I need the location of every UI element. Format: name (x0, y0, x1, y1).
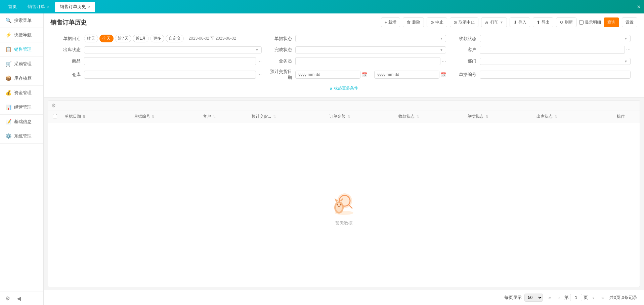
th-bill-status-sort-icon: ⇅ (485, 115, 488, 118)
warehouse-input[interactable] (84, 71, 256, 79)
th-out-status[interactable]: 出库状态 ⇅ (533, 111, 602, 122)
sidebar-item-basic-info[interactable]: 📝 基础信息 (0, 115, 43, 129)
sales-mgmt-icon: 📋 (5, 46, 11, 52)
th-bill-date[interactable]: 单据日期 ⇅ (61, 111, 131, 122)
main-layout: 🔍 搜索菜单 ⚡ 快捷导航 📋 销售管理 🛒 采购管理 📦 库存核算 💰 资金管… (0, 13, 644, 305)
next-page-btn[interactable]: › (589, 294, 597, 302)
select-all-checkbox[interactable] (53, 114, 57, 118)
empty-state: 暂无数据 (48, 122, 640, 287)
th-order-amount[interactable]: 订单金额 ⇅ (326, 111, 395, 122)
warehouse-more-icon[interactable]: ··· (257, 72, 262, 78)
prev-page-btn[interactable]: ‹ (555, 294, 563, 302)
bill-status-label: 单据状态 (268, 36, 295, 42)
topbar-close-btn[interactable]: × (637, 3, 641, 10)
delivery-date-from-input[interactable] (295, 71, 360, 79)
receipt-status-arrow-icon: ▼ (624, 37, 628, 40)
th-customer[interactable]: 客户 ⇅ (200, 111, 248, 122)
print-label: 打印 (490, 20, 499, 25)
page-header-top: 销售订单历史 + 新增 🗑 删除 ⊘ 中止 ⊙ (50, 17, 637, 27)
sidebar-item-finance[interactable]: 💰 资金管理 (0, 86, 43, 100)
top-bar: 首页 销售订单 × 销售订单历史 × × (0, 0, 644, 13)
receipt-status-select[interactable]: ▼ (480, 35, 631, 42)
display-detail-checkbox-label[interactable]: 显示明细 (579, 20, 601, 25)
sidebar-item-finance-label: 资金管理 (14, 90, 32, 96)
tab-sales-order-history-close[interactable]: × (88, 5, 90, 9)
settings-button[interactable]: 设置 (622, 17, 637, 27)
out-status-select[interactable]: ▼ (84, 46, 262, 53)
complete-status-filter: 完成状态 ▼ (268, 46, 446, 53)
th-bill-status[interactable]: 单据状态 ⇅ (464, 111, 533, 122)
date-dash: — (369, 72, 373, 77)
print-button[interactable]: 🖨 打印 ▼ (481, 17, 507, 27)
sidebar-item-search-menu[interactable]: 🔍 搜索菜单 (0, 13, 43, 28)
complete-status-select[interactable]: ▼ (295, 46, 446, 53)
customer-input[interactable] (480, 46, 625, 54)
page-header: 销售订单历史 + 新增 🗑 删除 ⊘ 中止 ⊙ (44, 13, 644, 98)
collapse-button[interactable]: ∧ 收起更多条件 (57, 84, 631, 94)
sidebar-item-inventory[interactable]: 📦 库存核算 (0, 71, 43, 86)
date-range-display: 2023-06-02 至 2023-06-02 (188, 36, 236, 41)
date-btn-7days[interactable]: 近7天 (115, 35, 131, 42)
salesperson-input[interactable] (295, 57, 440, 65)
th-delivery-date[interactable]: 预计交货... ⇅ (248, 111, 326, 122)
delivery-date-group: 📅 — 📅 (295, 71, 446, 79)
th-receipt-status[interactable]: 收款状态 ⇅ (395, 111, 464, 122)
calendar-to-icon[interactable]: 📅 (441, 72, 446, 77)
cancel-stop-button[interactable]: ⊙ 取消中止 (450, 17, 478, 27)
bill-no-input[interactable] (480, 71, 631, 79)
sidebar-item-sales-mgmt[interactable]: 📋 销售管理 (0, 42, 43, 57)
goods-more-icon[interactable]: ··· (257, 58, 262, 64)
refresh-icon: ↻ (560, 20, 563, 25)
export-label: 导出 (542, 20, 550, 25)
salesperson-more-icon[interactable]: ··· (442, 58, 446, 64)
date-btn-yesterday[interactable]: 昨天 (84, 35, 98, 42)
per-page-select[interactable]: 50 10 20 100 (524, 294, 543, 302)
sidebar-item-basic-info-label: 基础信息 (14, 119, 32, 125)
tab-sales-order-close[interactable]: × (47, 5, 49, 9)
delivery-date-to-input[interactable] (374, 71, 439, 79)
page-input[interactable] (570, 294, 582, 301)
tab-sales-order[interactable]: 销售订单 × (23, 2, 54, 12)
last-page-btn[interactable]: » (599, 294, 607, 302)
sidebar-item-quick-nav-label: 快捷导航 (14, 32, 32, 38)
table-container: ⚙ 单据日期 ⇅ 单据编号 (48, 100, 640, 287)
sidebar-collapse-icon[interactable]: ◀ (17, 295, 21, 302)
settings-label: 设置 (626, 20, 634, 25)
th-bill-no[interactable]: 单据编号 ⇅ (131, 111, 200, 122)
import-label: 导入 (518, 20, 526, 25)
display-detail-checkbox[interactable] (579, 20, 584, 25)
th-operations-label: 操作 (617, 114, 625, 119)
date-btn-1month[interactable]: 近1月 (133, 35, 149, 42)
table-settings-icon[interactable]: ⚙ (51, 103, 56, 109)
date-btn-today[interactable]: 今天 (99, 35, 114, 42)
customer-more-icon[interactable]: ··· (626, 47, 631, 53)
tab-home[interactable]: 首页 (3, 2, 22, 12)
query-button[interactable]: 查询 (604, 17, 619, 27)
refresh-button[interactable]: ↻ 刷新 (556, 17, 576, 27)
sidebar-item-system[interactable]: ⚙️ 系统管理 (0, 129, 43, 144)
bill-status-select[interactable]: ▼ (295, 35, 446, 42)
add-button[interactable]: + 新增 (381, 17, 400, 27)
sidebar-item-business[interactable]: 📊 经营管理 (0, 100, 43, 115)
calendar-from-icon[interactable]: 📅 (362, 72, 367, 77)
th-operations: 操作 (602, 111, 640, 122)
import-icon: ⬇ (513, 20, 517, 25)
first-page-btn[interactable]: « (546, 294, 554, 302)
delivery-date-filter: 预计交货日期 📅 — 📅 (268, 69, 446, 81)
goods-input[interactable] (84, 57, 256, 65)
date-btn-custom[interactable]: 自定义 (166, 35, 184, 42)
tab-sales-order-history[interactable]: 销售订单历史 × (55, 2, 95, 12)
sidebar-item-purchase-mgmt[interactable]: 🛒 采购管理 (0, 57, 43, 71)
import-button[interactable]: ⬇ 导入 (510, 17, 530, 27)
filter-area: 单据日期 昨天 今天 近7天 近1月 更多 自定义 2023-06-02 至 2… (50, 31, 637, 97)
date-filter-control: 昨天 今天 近7天 近1月 更多 自定义 2023-06-02 至 2023-0… (84, 35, 262, 42)
date-btn-more[interactable]: 更多 (150, 35, 164, 42)
export-button[interactable]: ⬆ 导出 (533, 17, 553, 27)
sidebar-settings-icon[interactable]: ⚙ (5, 295, 10, 302)
page-nav: « ‹ 第 页 › » (546, 294, 607, 302)
sidebar-item-quick-nav[interactable]: ⚡ 快捷导航 (0, 28, 43, 42)
stop-button[interactable]: ⊘ 中止 (427, 17, 447, 27)
sidebar: 🔍 搜索菜单 ⚡ 快捷导航 📋 销售管理 🛒 采购管理 📦 库存核算 💰 资金管… (0, 13, 44, 305)
delete-button[interactable]: 🗑 删除 (403, 17, 424, 27)
dept-select[interactable]: ▼ (480, 58, 631, 65)
